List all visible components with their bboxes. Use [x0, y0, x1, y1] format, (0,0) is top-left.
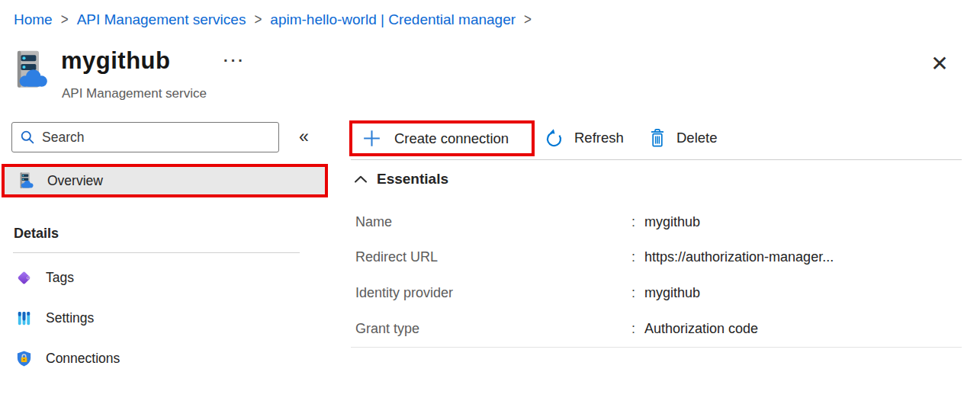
tag-icon: [15, 269, 33, 287]
sidebar-item-label: Connections: [46, 351, 120, 367]
sliders-icon: [15, 310, 33, 327]
chevron-up-icon: [354, 175, 368, 183]
chevron-right-icon: >: [524, 11, 532, 29]
sidebar-item-connections[interactable]: Connections: [2, 345, 322, 371]
collapse-sidebar-icon[interactable]: «: [294, 125, 313, 149]
delete-label: Delete: [676, 130, 717, 146]
refresh-button[interactable]: Refresh: [544, 123, 624, 153]
colon-separator: :: [631, 321, 644, 337]
sidebar-item-overview[interactable]: Overview: [2, 164, 328, 197]
chevron-right-icon: >: [61, 11, 69, 29]
breadcrumb-home[interactable]: Home: [14, 11, 53, 28]
sidebar-item-tags[interactable]: Tags: [2, 265, 322, 290]
breadcrumb: Home > API Management services > apim-he…: [14, 11, 532, 28]
sidebar-item-label: Tags: [46, 270, 74, 286]
divider: [351, 159, 962, 160]
colon-separator: :: [631, 285, 644, 301]
refresh-label: Refresh: [574, 130, 624, 146]
field-value: mygithub: [644, 214, 700, 230]
close-icon[interactable]: ✕: [921, 46, 958, 81]
colon-separator: :: [631, 214, 644, 230]
divider: [13, 252, 300, 253]
page-subtitle: API Management service: [62, 86, 207, 101]
sidebar-item-label: Overview: [47, 173, 103, 189]
essentials-row-identity-provider: Identity provider : mygithub: [355, 282, 961, 303]
delete-button[interactable]: Delete: [648, 123, 717, 153]
essentials-row-name: Name : mygithub: [355, 211, 961, 233]
field-label: Name: [355, 214, 631, 230]
more-options-icon[interactable]: ···: [223, 52, 246, 69]
create-connection-button[interactable]: Create connection: [349, 120, 535, 156]
divider: [351, 347, 962, 348]
plus-icon: [361, 127, 383, 149]
essentials-title: Essentials: [377, 171, 448, 188]
sidebar-item-settings[interactable]: Settings: [2, 305, 322, 331]
field-label: Grant type: [355, 321, 631, 337]
field-value: Authorization code: [644, 321, 758, 337]
trash-icon: [648, 128, 667, 148]
field-value: mygithub: [644, 285, 700, 301]
sidebar-item-label: Settings: [46, 310, 94, 326]
breadcrumb-credential-manager[interactable]: apim-hello-world | Credential manager: [270, 11, 516, 28]
shield-lock-icon: [15, 350, 33, 367]
api-management-icon: [9, 49, 53, 93]
field-value: https://authorization-manager...: [644, 249, 834, 265]
refresh-icon: [544, 128, 564, 149]
breadcrumb-apim-services[interactable]: API Management services: [77, 11, 246, 28]
essentials-header[interactable]: Essentials: [354, 171, 448, 188]
essentials-row-redirect-url: Redirect URL : https://authorization-man…: [355, 246, 961, 268]
create-connection-label: Create connection: [394, 130, 509, 147]
field-label: Redirect URL: [355, 249, 631, 265]
sidebar-section-details: Details: [14, 226, 59, 242]
colon-separator: :: [631, 249, 644, 265]
essentials-row-grant-type: Grant type : Authorization code: [355, 318, 961, 339]
chevron-right-icon: >: [254, 11, 262, 29]
search-icon: [20, 130, 35, 145]
field-label: Identity provider: [355, 285, 631, 301]
search-input-container: [11, 122, 279, 152]
api-management-icon: [17, 172, 36, 191]
page-title: mygithub: [61, 47, 171, 75]
search-input[interactable]: [42, 130, 271, 146]
